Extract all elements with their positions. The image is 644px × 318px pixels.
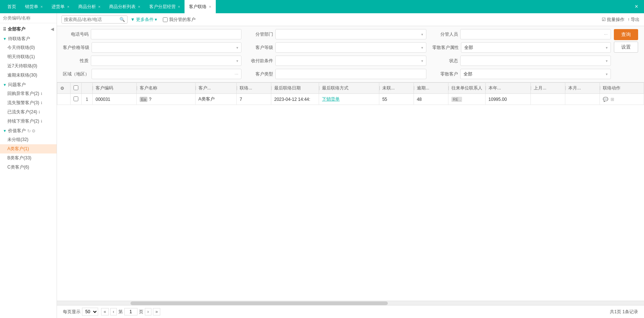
sidebar-item-lost[interactable]: 已流失客户(24) ℹ: [0, 107, 57, 117]
prev-page-btn[interactable]: ‹: [110, 308, 117, 315]
set-button[interactable]: 设置: [614, 42, 638, 53]
main-search-icon[interactable]: 🔍: [119, 17, 125, 22]
row-checkbox[interactable]: [74, 96, 78, 101]
my-customers-check[interactable]: 我分管的客户: [163, 17, 196, 23]
sidebar-search-container: 🔍: [0, 13, 57, 23]
first-page-btn[interactable]: «: [101, 308, 109, 315]
sidebar-item-ungroup[interactable]: 未分组(32): [0, 135, 57, 144]
unit-contact-avatar: RE .: [451, 97, 462, 102]
retailattr-input[interactable]: 全部 ▾: [461, 42, 611, 53]
chat-icon[interactable]: 💬: [603, 97, 608, 102]
dept-input[interactable]: ▾: [275, 29, 426, 39]
name-avatar: Ea: [140, 97, 147, 102]
col-checkbox[interactable]: [71, 83, 82, 94]
nav-customer-contact[interactable]: 客户联络 ×: [185, 0, 215, 13]
nature-input[interactable]: ▾: [91, 56, 242, 66]
sidebar-group-problem[interactable]: ▼ 问题客户: [0, 80, 57, 89]
nav-product-list-close[interactable]: ×: [138, 4, 140, 9]
sidebar-item-classA[interactable]: A类客户(1): [0, 144, 57, 153]
customerlevel-label: 客户等级: [247, 45, 273, 51]
retail-input[interactable]: 全部 ▾: [460, 69, 611, 79]
row-unitcontact-cell: RE .: [448, 94, 485, 105]
nav-home[interactable]: 首页: [3, 0, 21, 13]
nav-contact-close[interactable]: ×: [209, 4, 211, 9]
region-input[interactable]: ···: [92, 69, 242, 79]
my-customers-checkbox[interactable]: [163, 17, 168, 22]
filter-row-1: 电话号码 分管部门 ▾ 分管人员 ···: [63, 29, 611, 39]
sidebar-item-7days[interactable]: 近7天待联络(0): [0, 61, 57, 71]
col-type: 客户...: [195, 83, 236, 94]
col-last-date: 最后联络日期: [271, 83, 319, 94]
filter-retail-attr: 零散客户属性 全部 ▾: [432, 42, 611, 53]
sidebar-collapse-icon[interactable]: ◀: [51, 27, 54, 32]
manager-dots: ···: [604, 32, 608, 37]
sidebar-item-declining[interactable]: 持续下滑客户(2) ℹ: [0, 117, 57, 126]
col-name: 客户名称: [136, 83, 195, 94]
row-lastmethod-cell[interactable]: 下销货单: [319, 94, 379, 105]
payment-input[interactable]: ▾: [275, 56, 426, 66]
select-all-checkbox[interactable]: [74, 85, 78, 90]
nav-sales-close[interactable]: ×: [40, 4, 43, 9]
manager-input[interactable]: ···: [460, 29, 611, 39]
per-page-select[interactable]: 50: [82, 308, 98, 316]
region-label: 区域（地区）: [63, 71, 89, 77]
value-settings-icon[interactable]: ⚙: [32, 128, 36, 134]
payment-label: 收付款条件: [247, 58, 273, 64]
per-page-label: 每页显示: [63, 309, 80, 315]
row-checkbox-cell[interactable]: [71, 94, 82, 105]
nav-segment-close[interactable]: ×: [178, 4, 180, 9]
page-num-input[interactable]: [124, 308, 137, 315]
query-button[interactable]: 查询: [614, 29, 638, 40]
horizontal-scrollbar[interactable]: [57, 301, 644, 305]
col-index: [82, 83, 93, 94]
last-method-link[interactable]: 下销货单: [322, 96, 340, 102]
nav-product-list[interactable]: 商品分析列表 ×: [105, 0, 144, 13]
col-unit-contact: 往来单位联系人: [448, 83, 485, 94]
sidebar-group-value[interactable]: ▼ 价值客户 ↻ ⚙: [0, 126, 57, 135]
sidebar-search-input[interactable]: [3, 15, 57, 21]
batch-op-btn[interactable]: ☑ 批量操作: [602, 17, 625, 23]
nav-purchase[interactable]: 进货单 ×: [47, 0, 74, 13]
col-settings[interactable]: ⚙: [57, 83, 71, 94]
sidebar-item-repurchase[interactable]: 回购异常客户(2) ℹ: [0, 89, 57, 98]
nav-customer-segment[interactable]: 客户分层经营 ×: [145, 0, 185, 13]
filter-retail: 零散客户 全部 ▾: [432, 69, 611, 79]
phone-input[interactable]: [91, 29, 242, 39]
status-input[interactable]: ▾: [460, 56, 611, 66]
dept-caret: ▾: [421, 32, 423, 36]
col-contact: 联络...: [237, 83, 271, 94]
filter-manager: 分管人员 ···: [432, 29, 611, 39]
customerlevel-input[interactable]: ▾: [275, 42, 426, 53]
pricelevel-input[interactable]: ▾: [92, 42, 242, 53]
table-wrapper: ⚙ 客户编码 客户名称: [57, 82, 644, 301]
nav-product-analysis-close[interactable]: ×: [98, 4, 100, 9]
qr-icon[interactable]: ⊞: [611, 97, 614, 102]
nature-label: 性质: [63, 58, 89, 64]
col-last-month: 上月...: [531, 83, 565, 94]
sidebar-item-lostwarning[interactable]: 流失预警客户(3) ℹ: [0, 98, 57, 107]
sidebar-all-customers[interactable]: ⠿ 全部客户 ◀: [0, 23, 57, 34]
last-page-btn[interactable]: »: [153, 308, 161, 315]
export-btn[interactable]: ↑ 导出: [627, 17, 640, 23]
nav-purchase-close[interactable]: ×: [67, 4, 69, 9]
sidebar-item-tomorrow[interactable]: 明天待联络(1): [0, 52, 57, 61]
more-conditions-btn[interactable]: ▼ 更多条件 ▾: [130, 17, 157, 23]
sidebar-item-classC[interactable]: C类客户(6): [0, 163, 57, 172]
customertype-input[interactable]: [275, 69, 426, 79]
filter-payment: 收付款条件 ▾: [247, 56, 426, 66]
nav-sales[interactable]: 销货单 ×: [21, 0, 47, 13]
sidebar-item-overdue[interactable]: 逾期未联络(30): [0, 71, 57, 80]
sidebar-item-classB[interactable]: B类客户(33): [0, 153, 57, 163]
sidebar-group-pending[interactable]: ▼ 待联络客户: [0, 34, 57, 43]
sidebar-item-today[interactable]: 今天待联络(0): [0, 43, 57, 52]
nav-product-analysis[interactable]: 商品分析 ×: [74, 0, 105, 13]
row-nocontact-cell: 55: [379, 94, 414, 105]
settings-icon[interactable]: ⚙: [60, 86, 64, 91]
value-refresh-icon[interactable]: ↻: [27, 128, 31, 134]
scrollbar-thumb[interactable]: [130, 301, 388, 305]
filter-icon: ▼: [130, 17, 135, 22]
nav-close-all[interactable]: ×: [632, 3, 641, 10]
next-page-btn[interactable]: ›: [145, 308, 151, 315]
main-search-input[interactable]: [64, 17, 119, 22]
batch-icon: ☑: [602, 17, 606, 22]
